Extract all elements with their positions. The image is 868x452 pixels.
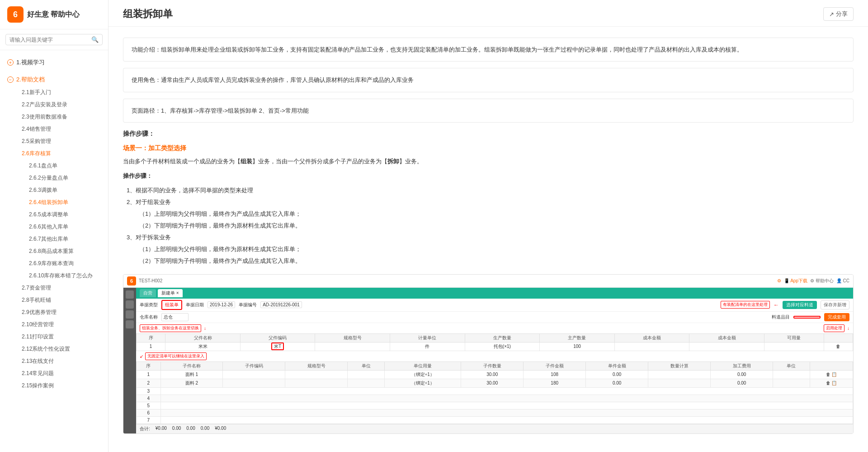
ss-mini-sidebar: [123, 288, 136, 433]
ss-th-l1: 序: [137, 362, 161, 370]
sidebar-item-other-out[interactable]: 2.6.7其他出库单: [22, 233, 108, 245]
sidebar-item-stocktake[interactable]: 2.6.1盘点单: [22, 160, 108, 172]
ss-arrow1: ←: [774, 302, 779, 308]
ss-th-5: 计量单位: [390, 333, 465, 342]
ss-cell: [348, 370, 385, 379]
ss-type-value: 组装单: [161, 300, 182, 310]
logo-icon: 6: [7, 6, 24, 23]
ss-cell: [160, 395, 853, 402]
ss-th-l11: 加工费用: [711, 362, 773, 370]
scene1-desc: 当由多个子件材料组装成一个成品的业务为【组装】业务，当由一个父件拆分成多个子产品…: [123, 156, 854, 167]
sidebar-item-partial-stocktake[interactable]: 2.6.2分量盘点单: [22, 172, 108, 184]
sidebar-item-docs[interactable]: − 2.帮助文档: [0, 73, 108, 86]
ss-th-9: 成本金额: [689, 333, 764, 342]
ss-footer-val4: 0.00: [201, 426, 209, 432]
sidebar-item-assembly[interactable]: 2.6.4组装拆卸单: [22, 196, 108, 209]
ss-cell: 面料 2: [160, 379, 223, 387]
ss-footer-val5: ¥0.00: [215, 426, 226, 432]
ss-storeroom: 总仓: [161, 313, 189, 321]
ss-cell: [160, 409, 853, 416]
ss-label-type: 单据类型: [140, 302, 158, 308]
nav-sub-inventory: 2.6.1盘点单 2.6.2分量盘点单 2.6.3调拨单 2.6.4组装拆卸单 …: [14, 160, 108, 282]
sidebar-item-other-in[interactable]: 2.6.6其他入库单: [22, 221, 108, 233]
ss-th-3: 父件编码: [240, 333, 315, 342]
sidebar-item-faq[interactable]: 2.14常见问题: [14, 367, 108, 380]
ss-sub-toolbar: 仓库名称 总仓 料道品目 完成套用: [136, 312, 853, 323]
ss-sidebar-dot2: [126, 300, 134, 309]
sidebar-item-inventory[interactable]: 2.6库存核算: [14, 147, 108, 160]
ss-cell: [614, 342, 689, 351]
nav-section-1: + 1.视频学习: [0, 54, 108, 71]
sidebar-item-sales[interactable]: 2.4销售管理: [14, 123, 108, 135]
sidebar-item-cases[interactable]: 2.15操作案例: [14, 380, 108, 392]
sidebar-item-label: 1.视频学习: [16, 58, 45, 67]
share-button[interactable]: ↗ 分享: [823, 7, 854, 21]
sidebar-item-label: 2.帮助文档: [16, 76, 45, 84]
ss-cell: 30.00: [461, 379, 524, 387]
intro-text: 功能介绍：组装拆卸单用来处理企业组装或拆卸等加工业务，支持有固定装配清单的产品加…: [132, 46, 743, 53]
ss-arrow4: ↓: [847, 326, 849, 331]
ss-cell: 🗑 📋: [810, 370, 853, 379]
sidebar-item-payment[interactable]: 2.13在线支付: [14, 355, 108, 367]
ss-th-l5: 单位: [348, 362, 385, 370]
sidebar-item-stock-query[interactable]: 2.6.9库存账本查询: [22, 257, 108, 270]
ss-label-input2: 料道品目: [772, 314, 790, 320]
step-2a: （1）上部明细为父件明细，最终作为产成品生成其它入库单；: [139, 208, 854, 220]
ss-cell: 面料 1: [160, 370, 223, 379]
ss-th-6: 生产数量: [465, 333, 540, 342]
header: 组装拆卸单 ↗ 分享: [108, 0, 868, 27]
sidebar-item-cost-recalc[interactable]: 2.6.8商品成本重算: [22, 245, 108, 257]
sidebar-item-cost-adj[interactable]: 2.6.5成本调整单: [22, 209, 108, 221]
ss-th-8: 成本金额: [614, 333, 689, 342]
fake-screenshot: 6 TEST-H002 ⚙ 📱 App下载 ⚙ 帮助中心 👤 CC: [123, 275, 853, 433]
sidebar-item-video[interactable]: + 1.视频学习: [0, 56, 108, 69]
ss-cell: [773, 370, 810, 379]
ss-cell: 5: [137, 402, 161, 409]
step-3-sub: （1）上部明细为父件明细，最终作为原材料生成其它出库单； （2）下部明细为子件明…: [139, 243, 854, 267]
sidebar-item-stock-fix[interactable]: 2.6.10库存账本错了怎么办: [22, 270, 108, 282]
sidebar-item-operations[interactable]: 2.10经营管理: [14, 319, 108, 331]
search-icon[interactable]: 🔍: [91, 36, 99, 43]
ss-lower-row3: 3: [137, 387, 853, 395]
ss-lower-row5: 5: [137, 402, 853, 409]
ss-browser-bar: 6 TEST-H002 ⚙ 📱 App下载 ⚙ 帮助中心 👤 CC: [123, 275, 853, 288]
step-2b: （2）下部明细为子件明细，最终作为原材料生成其它出库单。: [139, 220, 854, 232]
search-input[interactable]: [9, 37, 91, 43]
ss-cell: [648, 370, 711, 379]
ss-lower-row2: 2 面料 2 （绑定÷1） 30.00 180 0.00: [137, 379, 853, 387]
ss-cell: [223, 379, 285, 387]
ss-lower-annotation: ↙ 无固定清单可以继续在这里录入: [136, 351, 853, 362]
ss-footer-val3: 0.00: [186, 426, 195, 432]
sidebar-item-customize[interactable]: 2.12系统个性化设置: [14, 343, 108, 355]
ss-lower-row4: 4: [137, 395, 853, 402]
sidebar-item-print[interactable]: 2.11打印设置: [14, 331, 108, 343]
sidebar-item-beginner[interactable]: 2.1新手入门: [14, 86, 108, 99]
ss-th-l8: 子件金额: [524, 362, 586, 370]
sidebar: 6 好生意 帮助中心 🔍 + 1.视频学习 − 2.帮助文档 2.1新手入门 2…: [0, 0, 108, 452]
ss-footer-val2: 0.00: [172, 426, 181, 432]
role-text: 使用角色：通常由生产人员或库管人员完成拆装业务的操作，库管人员确认原材料的出库和…: [132, 76, 414, 83]
ss-cell: [223, 370, 285, 379]
ss-cell: 米米: [165, 342, 241, 351]
sidebar-item-coupon[interactable]: 2.9优惠券管理: [14, 306, 108, 319]
sidebar-item-finance[interactable]: 2.7资金管理: [14, 282, 108, 294]
ss-cell: [285, 370, 348, 379]
ss-cell: （绑定÷1）: [385, 379, 461, 387]
ss-th-11: [824, 333, 853, 342]
intro-block: 功能介绍：组装拆卸单用来处理企业组装或拆卸等加工业务，支持有固定装配清单的产品加…: [123, 38, 854, 62]
ss-th-l13: [810, 362, 853, 370]
step-2: 2、对于组装业务: [127, 196, 854, 208]
ss-cell: 108: [524, 370, 586, 379]
ss-cell: [764, 342, 824, 351]
logo-area: 6 好生意 帮助中心: [0, 0, 108, 29]
ss-btn-apply: 完成套用: [824, 313, 849, 321]
ss-th-l6: 单位用量: [385, 362, 461, 370]
ss-no-value: AD-20191226-001: [260, 301, 302, 308]
sidebar-item-data-prep[interactable]: 2.3使用前数据准备: [14, 111, 108, 123]
screenshot-container: 6 TEST-H002 ⚙ 📱 App下载 ⚙ 帮助中心 👤 CC: [123, 274, 854, 434]
sidebar-item-mobile[interactable]: 2.8手机旺铺: [14, 294, 108, 306]
search-box: 🔍: [5, 34, 103, 45]
sidebar-item-transfer[interactable]: 2.6.3调拨单: [22, 184, 108, 196]
sidebar-item-purchase[interactable]: 2.5采购管理: [14, 135, 108, 147]
sidebar-item-install[interactable]: 2.2产品安装及登录: [14, 99, 108, 111]
